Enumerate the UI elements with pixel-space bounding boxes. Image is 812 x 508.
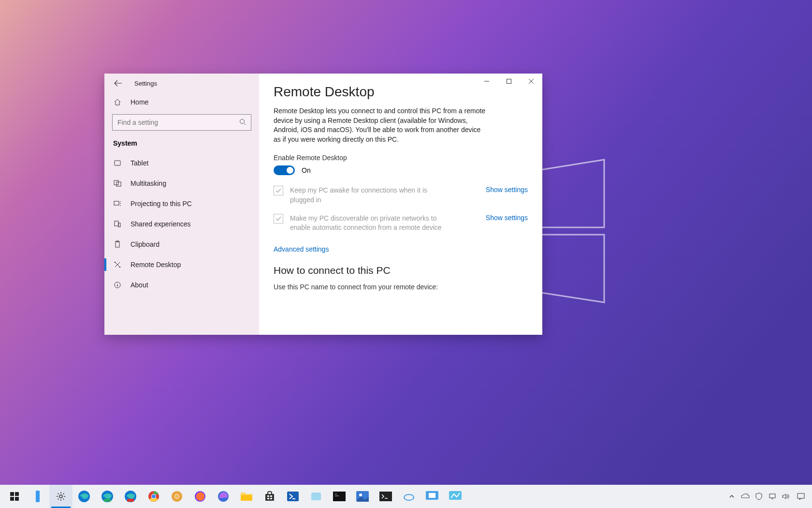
- tablet-icon: [113, 159, 122, 167]
- taskbar-terminal[interactable]: [374, 485, 397, 508]
- svg-rect-24: [127, 499, 134, 502]
- close-button[interactable]: [520, 74, 542, 89]
- taskbar-store[interactable]: [258, 485, 281, 508]
- minimize-button[interactable]: [476, 74, 498, 89]
- svg-rect-47: [429, 493, 435, 498]
- discoverable-checkbox[interactable]: [274, 214, 283, 224]
- taskbar-cortana[interactable]: [26, 485, 49, 508]
- svg-rect-36: [270, 495, 272, 497]
- sidebar-item-label: Shared experiences: [130, 220, 191, 228]
- sidebar: Settings Home System Tablet Multitasking: [104, 74, 259, 335]
- taskbar-app-generic-4[interactable]: [444, 485, 467, 508]
- enable-remote-desktop-toggle[interactable]: [274, 165, 295, 175]
- tray-security-icon[interactable]: [752, 485, 766, 508]
- sidebar-item-clipboard[interactable]: Clipboard: [104, 234, 259, 254]
- svg-rect-13: [507, 79, 511, 84]
- tray-network-icon[interactable]: [766, 485, 779, 508]
- taskbar-chrome-canary[interactable]: [165, 485, 188, 508]
- svg-rect-6: [115, 221, 118, 226]
- nav-home[interactable]: Home: [104, 93, 259, 111]
- window-controls: [476, 74, 542, 89]
- sidebar-item-multitasking[interactable]: Multitasking: [104, 173, 259, 194]
- show-settings-link-2[interactable]: Show settings: [486, 214, 528, 222]
- tray-onedrive-icon[interactable]: [739, 485, 752, 508]
- svg-point-0: [240, 119, 245, 123]
- svg-rect-18: [36, 491, 40, 502]
- svg-point-11: [119, 267, 120, 268]
- svg-rect-34: [265, 494, 274, 501]
- tray-overflow-icon[interactable]: [725, 485, 739, 508]
- tray-volume-icon[interactable]: [779, 485, 793, 508]
- sidebar-item-label: Clipboard: [130, 240, 160, 248]
- about-icon: [113, 281, 122, 289]
- search-input[interactable]: [112, 114, 251, 131]
- taskbar-edge[interactable]: [72, 485, 96, 508]
- app-title: Settings: [134, 80, 157, 87]
- sidebar-item-remote-desktop[interactable]: Remote Desktop: [104, 254, 259, 275]
- show-settings-link-1[interactable]: Show settings: [486, 186, 528, 194]
- svg-rect-5: [114, 201, 119, 205]
- taskbar: [0, 485, 812, 508]
- taskbar-powershell[interactable]: [281, 485, 304, 508]
- taskbar-photos[interactable]: [351, 485, 374, 508]
- section-title: How to connect to this PC: [274, 265, 528, 276]
- taskbar-chrome[interactable]: [142, 485, 165, 508]
- category-header: System: [104, 135, 259, 153]
- keep-awake-label: Keep my PC awake for connections when it…: [290, 186, 445, 205]
- taskbar-cmd[interactable]: [328, 485, 351, 508]
- sidebar-item-label: About: [130, 281, 148, 289]
- toggle-label: Enable Remote Desktop: [274, 154, 528, 162]
- keep-awake-checkbox[interactable]: [274, 186, 283, 195]
- settings-window: Settings Home System Tablet Multitasking: [104, 74, 542, 335]
- start-button[interactable]: [3, 485, 26, 508]
- search-icon: [239, 119, 246, 127]
- svg-point-27: [152, 494, 156, 498]
- home-label: Home: [130, 98, 148, 106]
- back-button[interactable]: [113, 78, 123, 88]
- svg-rect-17: [15, 497, 19, 501]
- home-icon: [113, 98, 122, 106]
- taskbar-app-generic-3[interactable]: [420, 485, 444, 508]
- title-bar: Settings: [104, 74, 259, 93]
- taskbar-app-generic-2[interactable]: [397, 485, 420, 508]
- svg-rect-50: [798, 493, 804, 498]
- svg-rect-8: [116, 241, 119, 247]
- projecting-icon: [113, 199, 122, 208]
- svg-point-10: [115, 262, 116, 263]
- svg-point-19: [59, 495, 62, 498]
- sidebar-item-shared-experiences[interactable]: Shared experiences: [104, 214, 259, 234]
- taskbar-edge-canary[interactable]: [119, 485, 142, 508]
- svg-rect-41: [333, 492, 346, 501]
- sidebar-item-label: Projecting to this PC: [130, 200, 192, 208]
- svg-rect-40: [311, 493, 321, 500]
- sidebar-item-projecting[interactable]: Projecting to this PC: [104, 194, 259, 214]
- remote-desktop-icon: [113, 260, 122, 269]
- maximize-button[interactable]: [498, 74, 520, 89]
- multitasking-icon: [113, 179, 122, 188]
- taskbar-edge-dev[interactable]: [96, 485, 119, 508]
- taskbar-firefox-dev[interactable]: [212, 485, 235, 508]
- svg-rect-44: [379, 492, 392, 501]
- taskbar-file-explorer[interactable]: [235, 485, 258, 508]
- search-field[interactable]: [117, 119, 233, 126]
- tray-action-center-icon[interactable]: [793, 485, 809, 508]
- svg-rect-35: [267, 495, 269, 497]
- clipboard-icon: [113, 240, 122, 249]
- svg-rect-14: [10, 492, 14, 496]
- svg-rect-38: [270, 498, 272, 499]
- sidebar-item-tablet[interactable]: Tablet: [104, 153, 259, 173]
- svg-point-43: [359, 493, 362, 496]
- svg-rect-7: [118, 223, 120, 227]
- taskbar-firefox[interactable]: [188, 485, 212, 508]
- sidebar-item-label: Multitasking: [130, 179, 166, 187]
- toggle-state: On: [302, 166, 311, 174]
- svg-rect-33: [241, 495, 252, 501]
- advanced-settings-link[interactable]: Advanced settings: [274, 245, 329, 253]
- svg-point-2: [117, 164, 117, 164]
- page-description: Remote Desktop lets you connect to and c…: [274, 106, 486, 144]
- svg-rect-15: [15, 492, 19, 496]
- sidebar-item-about[interactable]: About: [104, 275, 259, 295]
- taskbar-settings[interactable]: [49, 485, 72, 508]
- taskbar-app-generic-1[interactable]: [304, 485, 328, 508]
- svg-point-45: [404, 494, 414, 500]
